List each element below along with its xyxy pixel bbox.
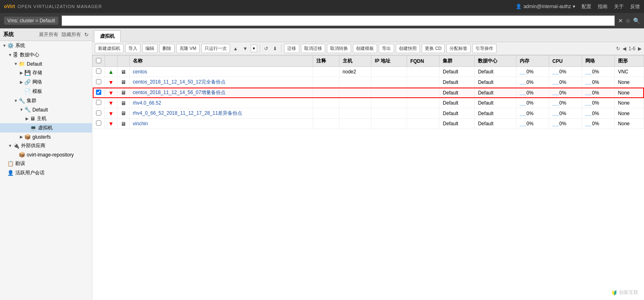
col-network[interactable]: 网络 — [582, 56, 614, 67]
row-name[interactable]: rhv4_0_66_52_2018_11_12_17_28_11差异备份点 — [129, 108, 313, 119]
col-cpu[interactable]: CPU — [549, 56, 582, 67]
sidebar-item-vm[interactable]: 💻 虚拟机 — [0, 123, 92, 133]
config-link[interactable]: 配置 — [582, 3, 591, 10]
refresh-icon[interactable]: ↻ — [84, 32, 89, 38]
tree-toggle-default-dc[interactable]: ▼ — [13, 62, 19, 66]
col-host[interactable]: 主机 — [339, 56, 371, 67]
col-memory[interactable]: 内存 — [516, 56, 549, 67]
clear-icon[interactable]: ✕ — [618, 17, 623, 24]
select-all-checkbox[interactable] — [96, 58, 101, 63]
sidebar-item-default-cluster[interactable]: ▼ 🔧 Default — [0, 105, 92, 114]
guide-link[interactable]: 指南 — [598, 3, 608, 10]
sidebar-item-errata[interactable]: 📋 勘误 — [0, 159, 92, 168]
sidebar-item-active-sessions[interactable]: 👤 活跃用户会话 — [0, 168, 92, 178]
create-snapshot-button[interactable]: 创建快照 — [396, 44, 420, 53]
col-ip[interactable]: IP 地址 — [371, 56, 407, 67]
tree-toggle-default-cluster[interactable]: ▼ — [19, 107, 24, 112]
extra-arrow2[interactable]: ⬇ — [271, 45, 279, 52]
col-fqdn[interactable]: FQDN — [407, 56, 439, 67]
row-name[interactable]: vinchin — [129, 119, 313, 129]
row-checkbox[interactable] — [93, 119, 105, 129]
tree-toggle-network[interactable]: ▶ — [19, 80, 24, 84]
export-button[interactable]: 导出 — [379, 44, 394, 53]
feedback-link[interactable]: 反馈 — [630, 3, 640, 10]
edit-button[interactable]: 编辑 — [142, 44, 158, 53]
tree-toggle-glusterfs[interactable]: ▶ — [19, 135, 24, 139]
import-button[interactable]: 导入 — [125, 44, 141, 53]
table-row[interactable]: ▼ 🖥 centos_2018_11_12_14_50_12完全备份点 Defa… — [93, 77, 644, 88]
tree-toggle-system[interactable]: ▼ — [2, 43, 7, 48]
row-name[interactable]: centos — [129, 67, 313, 77]
sidebar-item-datacenter[interactable]: ▼ 🗄 数据中心 — [0, 50, 92, 60]
expand-all[interactable]: 展开所有 — [39, 31, 58, 38]
run-dropdown[interactable]: ▾ — [251, 45, 257, 52]
tree-toggle-storage[interactable]: ▶ — [19, 71, 24, 75]
col-cluster[interactable]: 集群 — [439, 56, 475, 67]
about-link[interactable]: 关于 — [614, 3, 624, 10]
tree-toggle-external-providers[interactable]: ▼ — [7, 144, 13, 148]
create-template-button[interactable]: 创建模板 — [353, 44, 377, 53]
sidebar-item-cluster[interactable]: ▼ 🔧 集群 — [0, 96, 92, 105]
sidebar-item-storage[interactable]: ▶ 💾 存储 — [0, 68, 92, 77]
memory-value: 0% — [527, 90, 533, 96]
table-row[interactable]: ▲ 🖥 centos node2 Default Default 0% 0% — [93, 67, 644, 77]
cancel-convert-button[interactable]: 取消转换 — [327, 44, 351, 53]
sidebar-item-template[interactable]: 📄 模板 — [0, 87, 92, 96]
run-down-arrow[interactable]: ▼ — [241, 45, 249, 52]
table-row[interactable]: ▼ 🖥 rhv4.0_66.52 Default Default 0% 0% — [93, 98, 644, 108]
col-comment[interactable]: 注释 — [313, 56, 339, 67]
tree-toggle-cluster[interactable]: ▼ — [13, 99, 19, 103]
change-cd-button[interactable]: 更换 CD — [422, 44, 445, 53]
row-checkbox[interactable] — [93, 98, 105, 108]
nav-right-icon[interactable]: ▶ — [638, 46, 642, 51]
table-row[interactable]: ▼ 🖥 vinchin Default Default 0% 0% — [93, 119, 644, 129]
sidebar-item-glusterfs[interactable]: ▶ 📦 glusterfs — [0, 133, 92, 141]
col-datacenter[interactable]: 数据中心 — [475, 56, 516, 67]
sidebar-item-network[interactable]: ▶ 🔗 网络 — [0, 77, 92, 87]
guide-ops-button[interactable]: 引导操作 — [472, 44, 497, 53]
network-value: 0% — [592, 90, 599, 96]
col-checkbox[interactable] — [93, 56, 105, 67]
col-display[interactable]: 图形 — [614, 56, 644, 67]
user-info[interactable]: 👤 admin@internal-authz ▾ — [516, 4, 575, 9]
row-name[interactable]: centos_2018_11_12_14_56_07增量备份点 — [129, 88, 313, 98]
mini-chart — [520, 80, 526, 85]
row-name[interactable]: centos_2018_11_12_14_50_12完全备份点 — [129, 77, 313, 88]
refresh-icon-toolbar[interactable]: ↻ — [616, 46, 620, 51]
row-comment — [313, 67, 339, 77]
search-input[interactable] — [64, 18, 612, 24]
assign-tag-button[interactable]: 分配标签 — [446, 44, 471, 53]
row-name[interactable]: rhv4.0_66.52 — [129, 98, 313, 108]
sidebar-item-default-dc[interactable]: ▼ 📁 Default — [0, 60, 92, 68]
row-checkbox[interactable] — [93, 88, 105, 98]
sidebar-item-external-providers[interactable]: ▼ 🔌 外部供应商 — [0, 141, 92, 150]
search-icon[interactable]: 🔍 — [633, 17, 640, 24]
row-checkbox[interactable] — [93, 108, 105, 119]
sidebar-item-system[interactable]: ▼ ⚙️ 系统 — [0, 41, 92, 50]
search-input-box[interactable] — [62, 15, 615, 26]
clone-vm-button[interactable]: 克隆 VM — [176, 44, 200, 53]
sidebar-item-ovirt-image[interactable]: 📦 ovirt-image-repository — [0, 150, 92, 159]
run-once-button[interactable]: 只运行一次 — [201, 44, 230, 53]
collapse-all[interactable]: 隐藏所有 — [62, 31, 81, 38]
mini-chart — [520, 122, 526, 126]
tree-toggle-datacenter[interactable]: ▼ — [7, 53, 13, 57]
row-checkbox[interactable] — [93, 77, 105, 88]
table-row[interactable]: ▼ 🖥 centos_2018_11_12_14_56_07增量备份点 Defa… — [93, 88, 644, 98]
table-row[interactable]: ▼ 🖥 rhv4_0_66_52_2018_11_12_17_28_11差异备份… — [93, 108, 644, 119]
migrate-button[interactable]: 迁移 — [284, 44, 299, 53]
extra-arrow1[interactable]: ↺ — [262, 45, 270, 52]
new-vm-button[interactable]: 新建虚拟机 — [95, 44, 124, 53]
row-checkbox[interactable] — [93, 67, 105, 77]
col-name[interactable]: 名称 — [129, 56, 313, 67]
run-up-arrow[interactable]: ▲ — [232, 45, 240, 52]
memory-value: 0% — [527, 69, 533, 75]
tab-vm[interactable]: 虚拟机 — [94, 30, 121, 42]
sidebar-item-host[interactable]: ▶ 🖥 主机 — [0, 114, 92, 123]
tree-toggle-host[interactable]: ▶ — [24, 116, 30, 121]
delete-button[interactable]: 删除 — [159, 44, 175, 53]
col-status[interactable] — [105, 56, 117, 67]
cancel-migrate-button[interactable]: 取消迁移 — [301, 44, 325, 53]
bookmark-icon[interactable]: ☆ — [625, 17, 631, 24]
nav-left-icon[interactable]: ◀ — [623, 46, 626, 51]
